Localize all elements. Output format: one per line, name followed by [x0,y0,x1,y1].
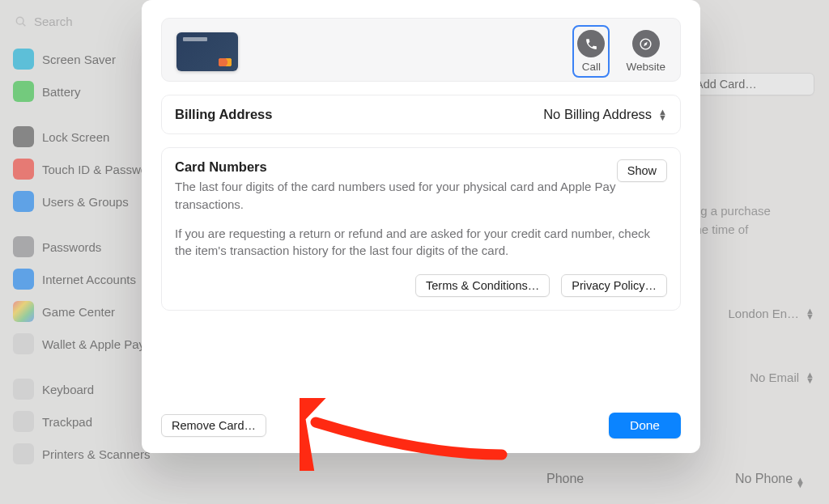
updown-icon: ▲▼ [806,372,814,383]
phone-label: Phone [546,472,584,488]
sidebar-item-label: Touch ID & Password [42,163,158,176]
sidebar-item-label: Lock Screen [42,130,109,144]
sidebar-item-label: Users & Groups [42,195,129,209]
billing-address-row[interactable]: Billing Address No Billing Address ▲▼ [161,95,681,134]
card-header: Call Website [161,18,681,82]
sidebar-item-label: Keyboard [42,383,94,396]
phone-value[interactable]: No Phone▲▼ [735,472,805,488]
call-action[interactable]: Call [572,25,610,78]
svg-point-0 [16,17,23,24]
updown-icon: ▲▼ [658,109,667,120]
sidebar-icon [13,236,34,257]
email-value[interactable]: No Email▲▼ [685,371,814,384]
search-icon [15,15,28,28]
sidebar-icon [13,301,34,322]
phone-icon [577,30,605,57]
website-action[interactable]: Website [626,30,665,73]
sidebar-icon [13,159,34,180]
sidebar-item-label: Wallet & Apple Pay [42,337,145,351]
sidebar-item-label: Screen Saver [42,53,116,66]
svg-line-1 [23,23,25,26]
compass-icon [632,30,660,57]
billing-address-value: No Billing Address ▲▼ [543,107,667,122]
card-numbers-section: Card Numbers The last four digits of the… [161,147,681,311]
terms-button[interactable]: Terms & Conditions… [415,274,550,297]
search-placeholder: Search [34,15,73,28]
sidebar-icon [13,191,34,212]
location-value[interactable]: London En…▲▼ [685,307,814,320]
website-label: Website [626,61,665,73]
updown-icon: ▲▼ [796,477,805,488]
sidebar-icon [13,411,34,432]
svg-marker-3 [644,41,648,46]
billing-address-label: Billing Address [175,107,272,122]
show-button[interactable]: Show [617,159,667,182]
privacy-button[interactable]: Privacy Policy… [561,274,667,297]
call-label: Call [582,61,601,73]
sidebar-icon [13,333,34,354]
card-preview [176,32,238,71]
sidebar-item-label: Internet Accounts [42,273,136,286]
updown-icon: ▲▼ [806,308,814,319]
sidebar-item-label: Battery [42,85,81,99]
partial-text: king a purchase t the time of [685,202,814,239]
card-numbers-title: Card Numbers [175,159,617,175]
sidebar-item-label: Passwords [42,240,101,254]
card-numbers-note: If you are requesting a return or refund… [175,225,667,260]
sidebar-item-label: Trackpad [42,415,92,429]
sidebar-item-label: Game Center [42,305,115,319]
sidebar-icon [13,379,34,400]
sidebar-icon [13,49,34,70]
card-numbers-description: The last four digits of the card numbers… [175,178,617,214]
sidebar-icon [13,126,34,147]
done-button[interactable]: Done [609,413,681,438]
sidebar-icon [13,443,34,464]
add-card-button[interactable]: Add Card… [685,73,814,95]
sidebar-item-label: Printers & Scanners [42,447,150,461]
sidebar-icon [13,81,34,102]
card-details-modal: Call Website Billing Address No Billing … [142,0,700,453]
sidebar-icon [13,269,34,290]
remove-card-button[interactable]: Remove Card… [161,414,266,437]
